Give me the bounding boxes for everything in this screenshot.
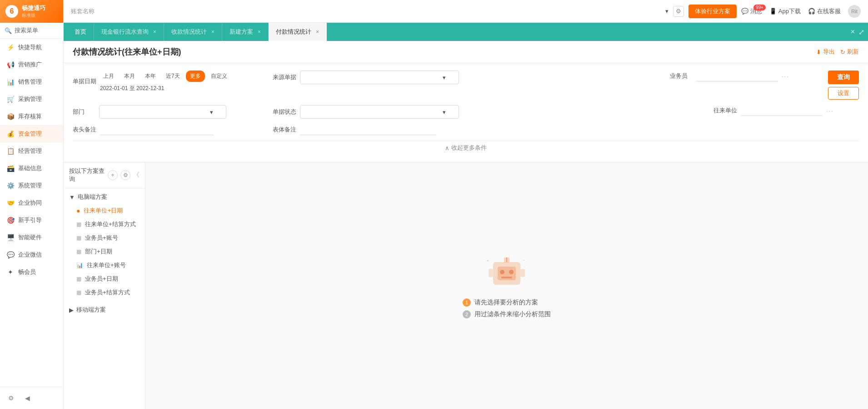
bank-tab-label: 现金银行流水查询 [101,28,149,36]
sidebar-item-member[interactable]: ✦ 畅会员 [0,263,63,281]
brand-version: 标准版 [22,12,45,19]
status-select[interactable]: ▾ [300,105,459,119]
empty-hint-2: 2 用过滤条件来缩小分析范围 [463,310,551,318]
header-note-label: 表头备注 [73,126,96,134]
partner-input[interactable] [741,105,823,116]
settings-btn[interactable]: 设置 [828,87,859,100]
refresh-label: 刷新 [847,48,859,56]
tab-payment[interactable]: 付款情况统计 × [269,23,327,41]
sidebar-header: 6 畅捷通巧 标准版 [0,0,63,23]
online-service-label: 在线客服 [817,7,841,15]
svg-point-2 [500,270,504,274]
scheme-partner-date[interactable]: ● 往来单位+日期 [64,204,145,217]
right-empty-panel: ✦ ✦ 1 请先选择要分析的方案 2 用过滤条件来缩小分析范围 [145,162,868,409]
sidebar-nav: ⚡ 快捷导航 📢 营销推广 📊 销售管理 🛒 采购管理 📦 库存核算 💰 资金管… [0,39,63,387]
purchase-icon: 🛒 [6,95,15,103]
online-service-btn[interactable]: 🎧 在线客服 [808,7,841,15]
page-header: 付款情况统计(往来单位+日期) ⬇ 导出 ↻ 刷新 [64,41,868,63]
date-label: 单据日期 [73,77,95,86]
empty-hint-2-text: 用过滤条件来缩小分析范围 [474,310,551,318]
date-this-year[interactable]: 本年 [141,71,160,82]
query-btn[interactable]: 查询 [828,71,859,84]
tab-maximize-btn[interactable]: ⤢ [858,28,864,36]
bank-tab-close[interactable]: × [153,29,156,35]
sidebar-item-wechat[interactable]: 💬 企业微信 [0,246,63,263]
trial-industry-btn[interactable]: 体验行业方案 [688,5,737,18]
date-7days[interactable]: 近7天 [162,71,184,82]
scheme-dept-date[interactable]: ▦ 部门+日期 [64,245,145,258]
date-custom[interactable]: 自定义 [207,71,231,82]
sidebar-item-hardware[interactable]: 🖥️ 智能硬件 [0,229,63,246]
tab-receivable[interactable]: 收款情况统计 × [164,23,222,41]
tab-home[interactable]: 首页 [67,23,94,41]
desktop-group-header[interactable]: ▼ 电脑端方案 [64,190,145,204]
svg-text:✦: ✦ [523,259,525,262]
quick-nav-icon: ⚡ [6,43,15,51]
header-actions: 💬 消息 99+ 📱 App下载 🎧 在线客服 Rit [741,5,861,18]
sidebar-item-purchase[interactable]: 🛒 采购管理 [0,91,63,108]
scheme-salesman-account[interactable]: ▦ 业务员+账号 [64,231,145,245]
mobile-group-label: 移动端方案 [76,306,106,314]
sidebar-item-guide[interactable]: 🎯 新手引导 [0,212,63,229]
scheme-active-icon: ● [76,207,80,214]
scheme-salesman-date[interactable]: ▦ 业务员+日期 [64,272,145,286]
scheme-icon-2: ▦ [76,235,81,241]
settings-gear-btn[interactable]: ⚙ [673,6,684,17]
date-last-month[interactable]: 上月 [99,71,118,82]
finance-icon: 💰 [6,130,15,138]
filter-panel: 单据日期 上月 本月 本年 近7天 更多 自定义 2022-01-01 至 20… [64,63,868,162]
sidebar-settings-btn[interactable]: ⚙ [5,392,17,404]
scheme-partner-settle[interactable]: ▦ 往来单位+结算方式 [64,217,145,231]
svg-rect-4 [501,277,512,278]
operation-icon: 📋 [6,147,15,155]
tab-new-plan[interactable]: 新建方案 × [222,23,269,41]
partner-label: 往来单位 [713,106,737,115]
sidebar: 6 畅捷通巧 标准版 🔍 搜索菜单 ⚡ 快捷导航 📢 营销推广 📊 销售管理 🛒… [0,0,64,409]
body-note-input[interactable] [300,124,436,135]
sidebar-item-system[interactable]: ⚙️ 系统管理 [0,177,63,194]
body-note-label: 表体备注 [273,126,296,134]
search-menu-item[interactable]: 🔍 搜索菜单 [0,23,63,39]
messages-btn[interactable]: 💬 消息 99+ [741,7,762,15]
date-more[interactable]: 更多 [186,71,205,82]
partner-dots[interactable]: ··· [826,107,834,114]
dept-label: 部门 [73,108,95,116]
new-plan-tab-close[interactable]: × [258,29,261,35]
tab-close-all-btn[interactable]: × [851,28,855,36]
collapse-conditions-btn[interactable]: ∧ 收起更多条件 [73,141,859,155]
export-btn[interactable]: ⬇ 导出 [816,48,835,56]
sidebar-item-inventory[interactable]: 📦 库存核算 [0,108,63,125]
user-avatar[interactable]: Rit [848,5,861,18]
salesman-input[interactable] [696,71,778,81]
header-note-input[interactable] [100,124,214,135]
source-filter-group: 来源单据 ▾ [273,71,661,84]
sidebar-item-quick-nav[interactable]: ⚡ 快捷导航 [0,39,63,56]
scheme-partner-account[interactable]: 📊 往来单位+账号 [64,258,145,272]
salesman-dots[interactable]: ··· [782,73,789,80]
marketing-icon: 📢 [6,61,15,69]
add-scheme-btn[interactable]: + [108,170,118,180]
sidebar-item-operation[interactable]: 📋 经营管理 [0,142,63,160]
mobile-group-header[interactable]: ▶ 移动端方案 [64,303,145,317]
sidebar-item-marketing[interactable]: 📢 营销推广 [0,56,63,73]
account-dropdown[interactable]: ▾ [665,8,668,15]
tab-bank[interactable]: 现金银行流水查询 × [94,23,164,41]
sidebar-collapse-btn[interactable]: ◀ [21,392,34,404]
refresh-btn[interactable]: ↻ 刷新 [840,48,859,56]
payment-tab-label: 付款情况统计 [276,28,311,36]
source-select[interactable]: ▾ [300,71,459,84]
sidebar-item-enterprise[interactable]: 🤝 企业协同 [0,194,63,212]
sidebar-item-base[interactable]: 🗃️ 基础信息 [0,160,63,177]
hardware-icon: 🖥️ [6,233,15,242]
app-download-btn[interactable]: 📱 App下载 [769,7,801,15]
filter-row-1: 单据日期 上月 本月 本年 近7天 更多 自定义 2022-01-01 至 20… [73,71,859,100]
sidebar-item-finance[interactable]: 💰 资金管理 [0,125,63,142]
manage-scheme-btn[interactable]: ⚙ [120,170,130,180]
scheme-salesman-settle[interactable]: ▦ 业务员+结算方式 [64,286,145,299]
sidebar-item-sales[interactable]: 📊 销售管理 [0,73,63,91]
date-this-month[interactable]: 本月 [120,71,139,82]
payment-tab-close[interactable]: × [316,29,319,35]
dept-select[interactable]: ▾ [99,105,226,119]
receivable-tab-close[interactable]: × [211,29,215,35]
panel-collapse-btn[interactable]: 《 [133,171,140,179]
